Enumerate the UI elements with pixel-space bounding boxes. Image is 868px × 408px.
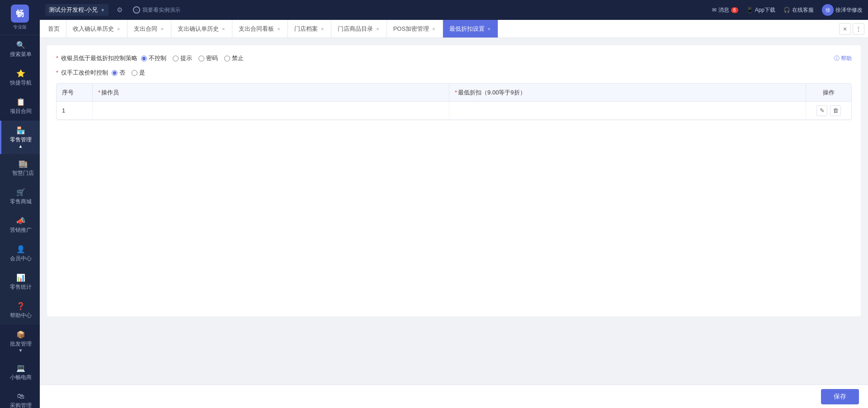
topbar: 测试分开发程-小兄 ▼ ⚙ ○ 我要看实例演示 ✉ 消息 8 📱 App下载 🎧… <box>40 0 868 20</box>
table-row: 1 ✎ 🗑 <box>57 102 851 120</box>
tab-close-icon[interactable]: × <box>487 26 491 32</box>
tab-close-icon[interactable]: × <box>375 26 380 32</box>
sidebar-item-smart-store[interactable]: 🏬 智慧门店 <box>0 154 40 183</box>
app-download-button[interactable]: 📱 App下载 <box>746 6 775 14</box>
megaphone-icon: 📣 <box>16 216 25 225</box>
sidebar-item-label: 快捷导航 <box>10 79 32 87</box>
delete-icon: 🗑 <box>833 107 839 114</box>
content-card: * 收银员低于最低折扣控制策略 不控制 提示 密码 <box>47 45 861 316</box>
tab-expense-history[interactable]: 支出确认单历史 × <box>171 20 232 38</box>
th-min-discount: * 最低折扣（9.00等于9折） <box>449 84 806 101</box>
tab-menu-button[interactable]: ⋮ <box>853 23 864 35</box>
option-no-control[interactable]: 不控制 <box>141 54 166 62</box>
project-name: 测试分开发程-小兄 <box>49 6 98 14</box>
tab-close-icon[interactable]: × <box>431 26 436 32</box>
option-forbidden[interactable]: 禁止 <box>224 54 244 62</box>
option-hint[interactable]: 提示 <box>173 54 192 62</box>
tab-close-icon[interactable]: × <box>160 26 164 32</box>
delete-row-button[interactable]: 🗑 <box>830 105 841 116</box>
sidebar-item-label: 采购管理 <box>10 402 32 408</box>
tab-close-current-button[interactable]: × <box>839 23 851 35</box>
close-icon: × <box>843 25 847 33</box>
chart-icon: 📊 <box>16 273 25 282</box>
project-dropdown-arrow: ▼ <box>100 8 105 13</box>
bottombar: 保存 <box>40 385 868 408</box>
help-button[interactable]: ⓘ 帮助 <box>834 55 852 62</box>
tab-label: 门店档案 <box>294 25 318 33</box>
demo-circle-icon: ○ <box>133 6 140 14</box>
tab-pos-pwd[interactable]: POS加密管理 × <box>387 20 443 38</box>
settings-icon: ⚙ <box>117 6 123 14</box>
manual-price-options: 否 是 <box>112 69 145 77</box>
tab-store-goods[interactable]: 门店商品目录 × <box>331 20 387 38</box>
star-icon: ⭐ <box>16 69 25 78</box>
message-badge: 8 <box>731 7 738 13</box>
td-seq: 1 <box>57 102 93 119</box>
message-button[interactable]: ✉ 消息 8 <box>712 6 738 14</box>
tab-income-history[interactable]: 收入确认单历史 × <box>66 20 127 38</box>
sidebar-logo: 畅 专业版 <box>0 0 40 35</box>
sidebar-item-label: 零售管理 <box>10 136 32 144</box>
tab-store-file[interactable]: 门店档案 × <box>288 20 331 38</box>
option-password[interactable]: 密码 <box>198 54 218 62</box>
main-content: 测试分开发程-小兄 ▼ ⚙ ○ 我要看实例演示 ✉ 消息 8 📱 App下载 🎧… <box>40 0 868 408</box>
sidebar-item-help-center[interactable]: ❓ 帮助中心 <box>0 296 40 325</box>
sidebar-item-member-center[interactable]: 👤 会员中心 <box>0 239 40 268</box>
sidebar-item-purchase[interactable]: 🛍 采购管理 <box>0 387 40 408</box>
sidebar-item-shortcut[interactable]: ⭐ 快捷导航 <box>0 64 40 92</box>
headset-icon: 🎧 <box>783 7 790 13</box>
message-label: 消息 <box>718 6 729 14</box>
demo-label: 我要看实例演示 <box>142 6 180 14</box>
th-action: 操作 <box>806 84 851 101</box>
sidebar-item-retail-management[interactable]: 🏪 零售管理 ▲ <box>0 121 40 154</box>
user-profile-button[interactable]: 徐 徐泽华修改 <box>822 4 863 16</box>
online-service-label: 在线客服 <box>792 6 814 14</box>
save-button[interactable]: 保存 <box>821 389 859 404</box>
search-icon: 🔍 <box>16 41 25 49</box>
tab-label: 支出合同看板 <box>239 25 274 33</box>
option-yes[interactable]: 是 <box>132 69 145 77</box>
store-icon: 🏪 <box>16 126 25 135</box>
td-action: ✎ 🗑 <box>806 102 851 119</box>
tab-home[interactable]: 首页 <box>42 20 66 38</box>
topbar-settings-button[interactable]: ⚙ <box>113 4 126 16</box>
sidebar-item-project-contract[interactable]: 📋 项目合同 <box>0 92 40 121</box>
edit-row-button[interactable]: ✎ <box>816 105 827 116</box>
discount-table: 序号 * 操作员 * 最低折扣（9.00等于9折） 操作 <box>56 83 852 120</box>
content-area: * 收银员低于最低折扣控制策略 不控制 提示 密码 <box>40 38 868 385</box>
chevron-down-icon: ▼ <box>19 348 23 353</box>
sidebar-item-retail-mall[interactable]: 🛒 零售商城 <box>0 183 40 211</box>
tab-contract[interactable]: 支出合同 × <box>127 20 171 38</box>
td-min-discount <box>449 102 806 119</box>
th-operator: * 操作员 <box>93 84 449 101</box>
app-download-label: App下载 <box>755 6 775 14</box>
sidebar-item-label: 营销推广 <box>10 226 32 234</box>
tab-label: 支出确认单历史 <box>178 25 219 33</box>
option-no[interactable]: 否 <box>112 69 125 77</box>
sidebar-item-ecommerce[interactable]: 💻 小畅电商 <box>0 358 40 387</box>
tab-min-discount[interactable]: 最低折扣设置 × <box>443 20 498 38</box>
tab-close-icon[interactable]: × <box>221 26 226 32</box>
logo-text: 专业版 <box>13 24 27 30</box>
sidebar-item-label: 项目合同 <box>10 108 32 115</box>
sidebar-item-marketing[interactable]: 📣 营销推广 <box>0 211 40 239</box>
tab-close-icon[interactable]: × <box>276 26 281 32</box>
tab-label: 收入确认单历史 <box>73 25 114 33</box>
demo-link[interactable]: ○ 我要看实例演示 <box>133 6 180 14</box>
sidebar-item-label: 帮助中心 <box>10 312 32 319</box>
tab-close-icon[interactable]: × <box>320 26 325 32</box>
avatar: 徐 <box>822 4 834 16</box>
sidebar-item-retail-stats[interactable]: 📊 零售统计 <box>0 268 40 296</box>
project-selector[interactable]: 测试分开发程-小兄 ▼ <box>45 4 108 16</box>
tab-close-icon[interactable]: × <box>116 26 121 32</box>
cart-icon: 🛒 <box>16 188 25 197</box>
edit-icon: ✎ <box>820 107 825 114</box>
laptop-icon: 💻 <box>16 364 25 372</box>
online-service-button[interactable]: 🎧 在线客服 <box>783 6 814 14</box>
tabbar-actions: × ⋮ <box>839 23 868 35</box>
sidebar-item-search[interactable]: 🔍 搜索菜单 <box>0 35 40 64</box>
tab-expense-board[interactable]: 支出合同看板 × <box>232 20 288 38</box>
sidebar-item-wholesale[interactable]: 📦 批发管理 ▼ <box>0 325 40 358</box>
tab-label: 最低折扣设置 <box>449 25 485 33</box>
sidebar-item-label: 批发管理 <box>10 340 32 348</box>
